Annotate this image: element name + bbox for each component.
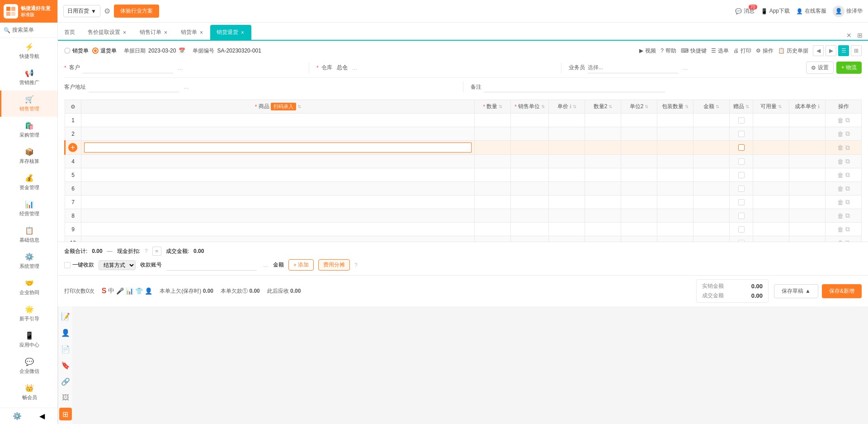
warehouse-more-btn[interactable]: …	[352, 65, 358, 71]
tab-close-all-btn[interactable]: ✕	[844, 31, 854, 40]
draft-dropdown-icon[interactable]: ▲	[805, 288, 811, 294]
remark-input[interactable]	[484, 81, 665, 92]
sidebar-item-sales[interactable]: 🛒 销售管理	[0, 91, 57, 117]
qty2-sort-icon[interactable]: ⇅	[609, 104, 612, 109]
rp-note-icon[interactable]: 📝	[59, 310, 72, 323]
online-service-item[interactable]: 👤 在线客服	[796, 7, 826, 15]
tab-sales-order[interactable]: 销售订单 ×	[133, 25, 175, 40]
row-unit-1[interactable]	[511, 114, 549, 127]
select-btn[interactable]: ☰ 选单	[711, 47, 729, 55]
row-pkgqty-1[interactable]	[657, 114, 693, 127]
settings-gear-icon[interactable]: ⚙	[104, 7, 110, 15]
row-price-2[interactable]	[549, 127, 585, 141]
next-btn[interactable]: ▶	[826, 45, 836, 56]
account-no-input[interactable]	[166, 260, 257, 271]
row-unit2-2[interactable]	[621, 127, 657, 141]
copy-row[interactable]: ⧉	[845, 225, 850, 233]
sidebar-item-quick-nav[interactable]: ⚡ 快捷导航	[0, 38, 57, 64]
row-qty2-1[interactable]	[585, 114, 621, 127]
app-download-item[interactable]: 📱 App下载	[761, 7, 790, 15]
th-gear[interactable]: ⚙	[65, 100, 81, 114]
video-btn[interactable]: ▶ 视频	[639, 47, 656, 55]
copy-row-3[interactable]: ⧉	[845, 144, 850, 152]
row-cost-2[interactable]	[789, 127, 826, 141]
settings-btn[interactable]: ⚙ 设置	[806, 62, 834, 74]
delete-row[interactable]: 🗑	[837, 172, 844, 179]
account-more-btn[interactable]: …	[263, 262, 269, 268]
print-btn[interactable]: 🖨 打印	[733, 47, 751, 55]
save-draft-btn[interactable]: 保存草稿 ▲	[774, 284, 818, 298]
copy-row[interactable]: ⧉	[845, 198, 850, 206]
delete-row[interactable]: 🗑	[837, 158, 844, 165]
delete-row[interactable]: 🗑	[837, 212, 844, 219]
rp-doc-icon[interactable]: 📄	[59, 343, 72, 355]
copy-row[interactable]: ⧉	[845, 185, 850, 192]
row-qty-3[interactable]	[475, 141, 511, 155]
copy-row[interactable]: ⧉	[845, 157, 850, 165]
rp-person-icon[interactable]: 👤	[59, 326, 72, 339]
row-unit-3[interactable]	[511, 141, 549, 155]
logistics-btn[interactable]: + 物流	[836, 62, 862, 74]
pkgqty-sort-icon[interactable]: ⇅	[685, 104, 689, 109]
tab-expand-btn[interactable]: ⊞	[855, 31, 864, 40]
copy-row[interactable]: ⧉	[845, 212, 850, 219]
row-product-3[interactable]	[81, 141, 475, 155]
tab-sales-order-close[interactable]: ×	[163, 29, 168, 36]
tab-sales-return[interactable]: 销货退货 ×	[210, 25, 251, 40]
list-view-btn[interactable]: ⊞	[851, 45, 862, 56]
sidebar-item-wechat[interactable]: 💬 企业微信	[0, 353, 57, 379]
row-amount-1[interactable]	[693, 114, 730, 127]
row-amount-2[interactable]	[693, 127, 730, 141]
payment-checkbox[interactable]	[64, 262, 71, 268]
radio-sales[interactable]: 销货单	[64, 47, 89, 55]
row-unit2-1[interactable]	[621, 114, 657, 127]
grid-view-btn[interactable]: ☰	[838, 45, 849, 56]
sidebar-item-app-center[interactable]: 📱 应用中心	[0, 327, 57, 353]
notification-item[interactable]: 💬 消息 70	[735, 7, 755, 15]
gift-checkbox[interactable]	[738, 172, 745, 178]
sidebar-item-basic-info[interactable]: 📋 基础信息	[0, 222, 57, 248]
history-btn[interactable]: 📋 历史单据	[778, 47, 808, 55]
sidebar-item-purchase[interactable]: 🛍️ 采购管理	[0, 117, 57, 143]
gift-checkbox[interactable]	[738, 199, 745, 205]
row-pkgqty-3[interactable]	[657, 141, 693, 155]
calc-method-select[interactable]: 结算方式	[99, 260, 136, 270]
fee-question-icon[interactable]: ?	[354, 262, 358, 268]
gift-checkbox[interactable]	[738, 158, 745, 165]
fee-split-btn[interactable]: 费用分摊	[318, 259, 350, 271]
address-input[interactable]	[89, 81, 179, 92]
gift-checkbox[interactable]	[738, 186, 745, 192]
row-avail-1[interactable]	[753, 114, 789, 127]
rp-link-icon[interactable]: 🔗	[59, 375, 72, 388]
row-unit-2[interactable]	[511, 127, 549, 141]
row-avail-3[interactable]	[753, 141, 789, 155]
customer-input[interactable]	[83, 62, 173, 73]
copy-row-2[interactable]: ⧉	[845, 130, 850, 138]
operation-btn[interactable]: ⚙ 操作	[756, 47, 774, 55]
tab-sales-close[interactable]: ×	[199, 29, 204, 36]
row-pkgqty-2[interactable]	[657, 127, 693, 141]
delete-row-3[interactable]: 🗑	[837, 144, 844, 151]
calendar-icon[interactable]: 📅	[179, 48, 185, 54]
question-icon[interactable]: ?	[145, 248, 148, 254]
gift-sort-icon[interactable]: ⇅	[745, 104, 749, 109]
row-unit2-3[interactable]	[621, 141, 657, 155]
sidebar-item-operations[interactable]: 📊 经营管理	[0, 195, 57, 222]
row-product-1[interactable]	[81, 114, 475, 127]
sidebar-item-member[interactable]: 👑 畅会员	[0, 379, 57, 405]
avail-sort-icon[interactable]: ⇅	[778, 104, 782, 109]
unit2-sort-icon[interactable]: ⇅	[645, 104, 648, 109]
save-new-btn[interactable]: 保存&新增	[822, 284, 862, 298]
address-more-btn[interactable]: …	[184, 84, 189, 90]
row-qty2-3[interactable]	[585, 141, 621, 155]
sidebar-item-finance[interactable]: 💰 资金管理	[0, 169, 57, 195]
delete-row[interactable]: 🗑	[837, 226, 844, 233]
row-qty-1[interactable]	[475, 114, 511, 127]
delete-row-2[interactable]: 🗑	[837, 130, 844, 138]
settings-icon[interactable]: ⚙️	[13, 412, 22, 420]
row-gift-1[interactable]	[730, 114, 753, 127]
rp-image-icon[interactable]: 🖼	[59, 391, 72, 404]
delete-row[interactable]: 🗑	[837, 199, 844, 206]
price-sort-icon[interactable]: ⇅	[573, 104, 576, 109]
sidebar-item-guide[interactable]: 🌟 新手引导	[0, 300, 57, 327]
